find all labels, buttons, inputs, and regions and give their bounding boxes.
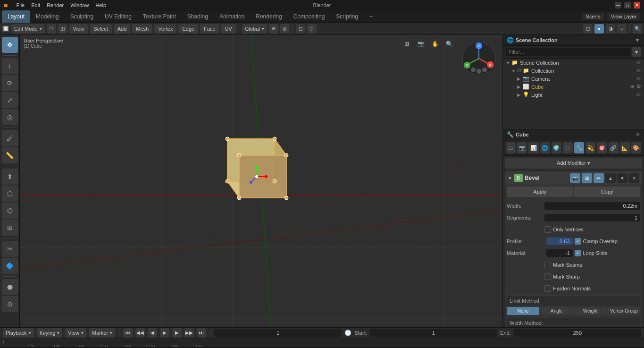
segments-value[interactable]: 1 bbox=[544, 214, 640, 221]
view-btn[interactable]: View bbox=[69, 24, 88, 34]
harden-normals-checkbox[interactable] bbox=[544, 285, 551, 292]
tab-texture-paint[interactable]: Texture Paint bbox=[137, 10, 182, 23]
outliner-camera-item[interactable]: ▶ 📷 Camera 👁 bbox=[503, 75, 644, 83]
vertex-btn[interactable]: Vertex bbox=[154, 24, 176, 34]
end-frame-input[interactable]: 250 bbox=[514, 329, 641, 337]
viewport-hand-btn[interactable]: ✋ bbox=[429, 38, 441, 50]
outliner-collection-sub-item[interactable]: ▼ ☑ 📁 Collection 👁 bbox=[503, 67, 644, 75]
material-value[interactable]: -1 bbox=[546, 249, 573, 257]
outliner-search-input[interactable] bbox=[506, 48, 630, 56]
viewport-search-btn[interactable]: 🔍 bbox=[443, 38, 455, 50]
outliner-cube-item[interactable]: ▶ ⬜ Cube 👁 ⚙ bbox=[503, 83, 644, 91]
limit-angle-btn[interactable]: Angle bbox=[540, 307, 573, 315]
mode-dropdown[interactable]: Edit Mode bbox=[11, 24, 45, 34]
apply-button[interactable]: Apply bbox=[507, 187, 573, 197]
tool-polypen[interactable]: 🔷 bbox=[2, 258, 18, 274]
tab-compositing[interactable]: Compositing bbox=[288, 10, 331, 23]
tool-knife[interactable]: ✂ bbox=[2, 241, 18, 257]
viewport-camera-btn[interactable]: 📷 bbox=[415, 38, 427, 50]
close-button[interactable]: ✕ bbox=[634, 2, 640, 8]
add-workspace-button[interactable]: + bbox=[364, 10, 378, 23]
props-tab-object[interactable]: ⬡ bbox=[563, 142, 573, 153]
play-forward-btn[interactable]: ▶▶ bbox=[184, 328, 194, 338]
tab-layout[interactable]: Layout bbox=[2, 10, 30, 23]
limit-vertex-group-btn[interactable]: Vertex Group bbox=[608, 307, 640, 315]
props-tab-view-layer[interactable]: 🌐 bbox=[540, 142, 550, 153]
tab-animation[interactable]: Animation bbox=[214, 10, 250, 23]
add-btn[interactable]: Add bbox=[114, 24, 131, 34]
overlay-toggle-btn[interactable]: ⊞ bbox=[401, 38, 413, 50]
width-value[interactable]: 0.22m bbox=[544, 202, 640, 210]
cube-extra-icon[interactable]: ⚙ bbox=[636, 84, 641, 90]
props-tab-physics[interactable]: 🎯 bbox=[597, 142, 607, 153]
proportional-icon[interactable]: ◎ bbox=[280, 24, 290, 34]
face-btn[interactable]: Face bbox=[200, 24, 219, 34]
playback-dropdown[interactable]: Playback bbox=[3, 328, 34, 338]
shading-render[interactable]: ○ bbox=[617, 24, 627, 34]
menu-help[interactable]: Help bbox=[92, 1, 109, 9]
outliner-collection-item[interactable]: ▼ 📁 Scene Collection 👁 bbox=[503, 59, 644, 67]
tool-rotate[interactable]: ⟳ bbox=[2, 75, 18, 91]
step-back-btn[interactable]: ◀ bbox=[148, 328, 157, 338]
edge-btn[interactable]: Edge bbox=[178, 24, 198, 34]
start-frame-input[interactable]: 1 bbox=[370, 329, 497, 337]
visibility-icon[interactable]: 👁 bbox=[636, 60, 641, 66]
loop-slide-checkbox[interactable]: ✓ bbox=[575, 250, 581, 256]
add-modifier-button[interactable]: Add Modifier bbox=[505, 158, 642, 169]
navigation-gizmo[interactable]: Z X Y bbox=[460, 40, 498, 77]
current-frame-input[interactable]: 1 bbox=[214, 329, 342, 337]
visibility-icon-2[interactable]: 👁 bbox=[636, 68, 641, 74]
xray-btn[interactable]: ⬡ bbox=[307, 24, 317, 34]
menu-edit[interactable]: Edit bbox=[28, 1, 43, 9]
tool-inset[interactable]: ⬡ bbox=[2, 186, 18, 202]
tool-loop-cut[interactable]: ⊞ bbox=[2, 220, 18, 236]
mark-seams-checkbox[interactable] bbox=[544, 262, 551, 268]
tool-bevel[interactable]: ⌬ bbox=[2, 203, 18, 219]
modifier-remove-btn[interactable]: ✕ bbox=[629, 173, 639, 183]
search-button[interactable]: 🔍 bbox=[633, 24, 642, 34]
props-tab-modifier[interactable]: 🔧 bbox=[574, 142, 584, 153]
shading-material[interactable]: ◑ bbox=[606, 24, 615, 34]
limit-weight-btn[interactable]: Weight bbox=[574, 307, 607, 315]
tab-shading[interactable]: Shading bbox=[182, 10, 214, 23]
tab-scripting[interactable]: Scripting bbox=[330, 10, 364, 23]
props-tab-output[interactable]: 📊 bbox=[528, 142, 538, 153]
scene-selector[interactable]: Scene bbox=[582, 13, 604, 20]
step-forward-btn[interactable]: ▶ bbox=[172, 328, 182, 338]
shading-wire[interactable]: ◻ bbox=[583, 24, 593, 34]
tool-measure[interactable]: 📏 bbox=[2, 147, 18, 163]
play-end-btn[interactable]: ⏭ bbox=[197, 328, 206, 338]
modifier-render-btn[interactable]: 🖥 bbox=[582, 173, 592, 183]
view-layer-selector[interactable]: View Layer bbox=[607, 13, 640, 20]
props-tab-data[interactable]: 📐 bbox=[620, 142, 630, 153]
props-tab-render[interactable]: 📷 bbox=[517, 142, 527, 153]
clamp-overlap-checkbox[interactable]: ✓ bbox=[575, 238, 581, 245]
play-btn[interactable]: ▶ bbox=[160, 328, 169, 338]
tool-extrude[interactable]: ⬆ bbox=[2, 169, 18, 185]
tool-shear[interactable]: ⬣ bbox=[2, 279, 18, 295]
marker-dropdown[interactable]: Marker bbox=[89, 328, 115, 338]
only-vertices-checkbox[interactable] bbox=[544, 226, 551, 233]
keying-dropdown[interactable]: Keying bbox=[37, 328, 63, 338]
minimize-button[interactable]: — bbox=[615, 2, 621, 8]
view-dropdown[interactable]: View bbox=[65, 328, 86, 338]
play-back-start-btn[interactable]: ⏮ bbox=[123, 328, 133, 338]
tool-annotate[interactable]: 🖊 bbox=[2, 130, 18, 146]
cube-visibility-icon[interactable]: 👁 bbox=[630, 84, 635, 90]
transform-dropdown[interactable]: Global bbox=[242, 24, 267, 34]
shading-solid[interactable]: ● bbox=[594, 24, 604, 34]
tool-move[interactable]: ↕ bbox=[2, 58, 18, 74]
menu-render[interactable]: Render bbox=[44, 1, 67, 9]
tab-uv-editing[interactable]: UV Editing bbox=[99, 10, 137, 23]
props-tab-particles[interactable]: 💫 bbox=[585, 142, 595, 153]
props-tab-material[interactable]: 🎨 bbox=[631, 142, 641, 153]
play-back-btn[interactable]: ◀◀ bbox=[135, 328, 145, 338]
profile-value[interactable]: 0.63 bbox=[546, 238, 573, 245]
overlay-icon1[interactable]: □ bbox=[47, 24, 56, 34]
snap-icon[interactable]: ⊕ bbox=[269, 24, 278, 34]
props-tab-constraints[interactable]: 🔗 bbox=[609, 142, 619, 153]
modifier-expand-icon[interactable]: ▼ bbox=[508, 176, 512, 181]
mesh-btn[interactable]: Mesh bbox=[132, 24, 152, 34]
props-tab-scene[interactable]: 🗂 bbox=[506, 142, 516, 153]
outliner-filter-icon[interactable]: ▼ bbox=[635, 37, 640, 43]
